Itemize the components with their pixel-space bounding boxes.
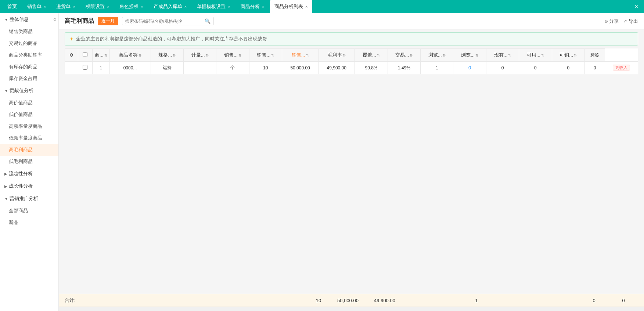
nav-tab-permission[interactable]: 权限设置 × [81,0,114,13]
col-coverage[interactable]: 覆盖...⇅ [355,49,388,62]
sort-icon: ⇅ [206,53,209,57]
sidebar-item-low-margin[interactable]: 低毛利商品 [0,156,58,167]
footer-totals: 合计: 10 50,000.00 49,900.00 1 0 0 [59,294,644,307]
footer-transaction: 1 [462,298,491,303]
close-sales-tab[interactable]: × [44,4,46,9]
close-purchase-tab[interactable]: × [73,4,75,9]
row-browse2: 0 [486,62,519,74]
sidebar-item-high-freq[interactable]: 高频率量度商品 [0,120,58,132]
close-template-tab[interactable]: × [228,4,230,9]
browse1-link[interactable]: 0 [468,65,471,70]
export-button[interactable]: ↗ 导出 [623,18,638,25]
row-available2: 0 [552,62,584,74]
nav-tab-role[interactable]: 角色授权 × [115,0,147,13]
bottom-scrollbar[interactable] [59,307,644,311]
col-browse1[interactable]: 浏览...⇅ [421,49,453,62]
tag-badge: 高收入 [613,65,630,70]
sidebar-item-low-freq[interactable]: 低频率量度商品 [0,132,58,144]
col-available1[interactable]: 现有...⇅ [486,49,519,62]
row-name: 运费 [151,62,183,74]
share-icon: ⎋ [605,18,608,24]
sidebar-item-low-value[interactable]: 低价值商品 [0,109,58,120]
content-area: 高毛利商品 近一月 🔍 ⎋ 分享 ↗ 导出 ✦ 企业的主要的利润都是这部分商品创… [59,13,644,311]
nav-tab-sales[interactable]: 销售单 × [23,0,50,13]
main-layout: « ▼ 整体信息 销售类商品 交易过的商品 商品分类助销率 有库存的商品 库存资… [0,13,644,311]
nav-tab-home[interactable]: 首页 [3,0,21,13]
sort-icon: ⇅ [173,53,176,57]
nav-tab-analysis-list[interactable]: 商品分析列表 × [270,0,312,13]
sidebar-item-goods-scoring[interactable]: 商品分类助销率 [0,49,58,61]
sidebar-group-overall[interactable]: ▼ 整体信息 [0,13,58,26]
col-unit[interactable]: 计量...⇅ [183,49,216,62]
close-all-button[interactable]: × [632,3,641,10]
row-checkbox-cell[interactable] [78,62,92,74]
col-sellable[interactable]: 可销...⇅ [552,49,584,62]
sort-icon: ⇅ [343,53,346,57]
sidebar-group-trend[interactable]: ▶ 流趋性分析 [0,167,58,180]
sort-icon: ⇅ [238,53,241,57]
col-code[interactable]: 商...⇅ [92,49,109,62]
sort-icon: ⇅ [104,53,107,57]
arrow-icon: ▼ [4,197,8,201]
sidebar-item-high-value[interactable]: 高价值商品 [0,97,58,109]
sidebar-item-stocked-goods[interactable]: 有库存的商品 [0,61,58,73]
sort-icon: ⇅ [443,53,446,57]
sidebar-group-marketing[interactable]: ▼ 营销推广分析 [0,192,58,205]
data-table: ⚙ 商...⇅ 商品名称⇅ 规格...⇅ 计量...⇅ 销售...⇅ 销售...… [65,48,638,74]
col-margin-rate[interactable]: 毛利率⇅ [319,49,355,62]
arrow-icon: ▶ [4,184,7,188]
row-browse1[interactable]: 0 [453,62,486,74]
row-checkbox[interactable] [83,65,87,70]
close-analysis-tab[interactable]: × [262,4,264,9]
col-browse2[interactable]: 浏览...⇅ [453,49,486,62]
close-analysis-list-tab[interactable]: × [305,4,307,9]
col-sales-amount[interactable]: 销售...⇅ [249,49,282,62]
search-icon[interactable]: 🔍 [205,18,211,24]
footer-label: 合计: [65,297,76,304]
sidebar-item-stock-occupation[interactable]: 库存资金占用 [0,73,58,84]
sidebar-item-new-goods[interactable]: 新品 [0,217,58,228]
search-box[interactable]: 🔍 [122,17,214,25]
footer-sellable: 0 [609,298,638,303]
sidebar-collapse-button[interactable]: « [53,16,56,22]
close-product-entry-tab[interactable]: × [184,4,187,9]
filter-recent-month-button[interactable]: 近一月 [98,17,118,25]
close-role-tab[interactable]: × [141,4,143,9]
sort-icon: ⇅ [138,53,141,57]
nav-tab-template[interactable]: 单据模板设置 × [193,0,234,13]
sidebar-item-all-goods[interactable]: 全部商品 [0,205,58,217]
sidebar-item-sales-goods[interactable]: 销售类商品 [0,26,58,37]
arrow-icon: ▼ [4,89,8,93]
share-button[interactable]: ⎋ 分享 [605,18,619,25]
sidebar-group-wealth[interactable]: ▼ 贡献值分析 [0,84,58,97]
col-checkbox[interactable] [78,49,92,62]
nav-tab-analysis[interactable]: 商品分析 × [236,0,269,13]
footer-available2: 0 [579,298,609,303]
col-sales-cost[interactable]: 销售...⇅ [282,49,319,62]
sidebar-item-traded-goods[interactable]: 交易过的商品 [0,37,58,49]
row-available1: 0 [519,62,552,74]
row-code: 0000... [109,62,151,74]
sidebar-item-high-margin[interactable]: 高毛利商品 [0,144,58,156]
sort-icon: ⇅ [377,53,380,57]
info-icon: ✦ [69,36,74,42]
row-transaction: 1 [421,62,453,74]
row-unit: 个 [216,62,249,74]
select-all-checkbox[interactable] [83,52,87,57]
col-spec[interactable]: 规格...⇅ [151,49,183,62]
col-settings[interactable]: ⚙ [65,49,78,62]
col-available2[interactable]: 可用...⇅ [519,49,552,62]
close-permission-tab[interactable]: × [107,4,109,9]
footer-sales-cost: 49,900.00 [366,298,403,303]
table-row: 1 0000... 运费 个 10 50,000.00 49,900.00 99… [65,62,638,74]
search-input[interactable] [125,19,203,24]
nav-tab-purchase[interactable]: 进货单 × [52,0,79,13]
col-name[interactable]: 商品名称⇅ [109,49,151,62]
col-transaction[interactable]: 交易...⇅ [388,49,420,62]
content-header: 高毛利商品 近一月 🔍 ⎋ 分享 ↗ 导出 [59,13,644,29]
nav-tab-product-entry[interactable]: 产成品入库单 × [149,0,191,13]
col-tag[interactable]: 标签 [584,49,605,62]
sidebar: « ▼ 整体信息 销售类商品 交易过的商品 商品分类助销率 有库存的商品 库存资… [0,13,59,311]
col-sales-qty[interactable]: 销售...⇅ [216,49,249,62]
sidebar-group-growth[interactable]: ▶ 成长性分析 [0,180,58,192]
